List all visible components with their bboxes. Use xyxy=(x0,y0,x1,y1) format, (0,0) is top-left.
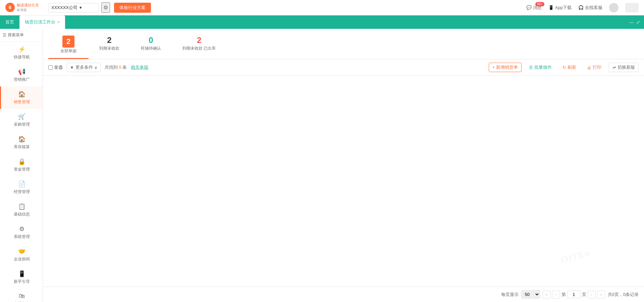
stat-num-overdue: 2 xyxy=(107,36,111,45)
sidebar-search[interactable]: ☰ 搜索菜单 xyxy=(0,29,43,42)
sidebar-item-appstore[interactable]: 🛍 应用中心 xyxy=(0,289,43,302)
sidebar-item-finance[interactable]: 🔒 资金管理 xyxy=(0,154,43,176)
page-suffix: 页 xyxy=(582,292,586,298)
print-icon: 🖨 xyxy=(587,65,591,70)
batch-label: 批量操作 xyxy=(534,64,552,70)
refresh-label: 刷新 xyxy=(568,64,576,70)
sidebar-item-inventory[interactable]: 🏠 库存核算 xyxy=(0,131,43,154)
batch-icon: ☰ xyxy=(529,65,533,70)
search-icon: ☰ xyxy=(3,33,6,38)
select-all-area: 全选 xyxy=(48,64,63,70)
quick-nav-icon: ⚡ xyxy=(18,46,25,53)
cash-daily-tab-label: 钱货日清工作台 xyxy=(25,19,55,25)
stat-label-overdue: 到期未收款 xyxy=(99,46,119,51)
sidebar-label-finance: 资金管理 xyxy=(14,167,30,172)
first-page-btn[interactable]: « xyxy=(543,291,551,299)
maximize-icon[interactable]: ⤢ xyxy=(636,20,640,25)
main-layout: ☰ 搜索菜单 ⚡ 快捷导航 📢 营销推广 🏠 销售管理 🛒 采购管理 🏠 库存核… xyxy=(0,29,644,302)
sidebar-item-system[interactable]: ⚙ 系统管理 xyxy=(0,221,43,244)
marketing-icon: 📢 xyxy=(18,68,25,75)
stat-tab-overdue[interactable]: 2 到期未收款 xyxy=(89,33,130,59)
tab-home[interactable]: 首页 xyxy=(0,15,19,29)
sidebar-item-cooperation[interactable]: 🤝 企业协同 xyxy=(0,244,43,266)
minimize-icon[interactable]: — xyxy=(629,20,634,25)
add-sales-btn[interactable]: + 新增销货单 xyxy=(489,63,522,72)
stat-label-wangpu: 旺辅待确认 xyxy=(141,46,161,51)
batch-btn[interactable]: ☰ 批量操作 xyxy=(526,63,555,72)
filter-icon: ▼ xyxy=(70,65,74,70)
sidebar-label-quick-nav: 快捷导航 xyxy=(14,54,30,60)
select-all-checkbox[interactable] xyxy=(48,65,53,70)
app-download-label: App下载 xyxy=(555,5,572,11)
trial-button[interactable]: 体验行业方案 xyxy=(114,3,151,13)
prev-page-btn[interactable]: ‹ xyxy=(552,291,560,299)
appstore-icon: 🛍 xyxy=(19,293,25,300)
chevron-down-icon: ▾ xyxy=(79,5,82,10)
sidebar-item-guide[interactable]: 📱 新手引导 xyxy=(0,266,43,289)
print-btn[interactable]: 🖨 打印 xyxy=(584,63,605,72)
logo-badge: 标准版 xyxy=(17,8,39,12)
message-btn[interactable]: 💬 消息 99+ xyxy=(526,5,542,11)
sidebar-label-guide: 新手引导 xyxy=(14,279,30,285)
guide-icon: 📱 xyxy=(18,270,25,278)
company-selector[interactable]: XXXXXX公司 ▾ xyxy=(48,3,99,12)
sidebar-label-inventory: 库存核算 xyxy=(14,144,30,150)
empty-table-area xyxy=(43,76,644,287)
stat-tab-outbound[interactable]: 2 到期未收款 已出库 xyxy=(172,33,226,59)
filter-button[interactable]: ▼ 更多条件 ∨ xyxy=(67,63,101,72)
top-header: 6 畅捷通好生意 标准版 XXXXXX公司 ▾ ⚙ 体验行业方案 💬 消息 99… xyxy=(0,0,644,15)
app-download-btn[interactable]: 📱 App下载 xyxy=(548,5,572,11)
message-badge: 99+ xyxy=(535,2,544,6)
stat-num-all: 2 xyxy=(62,36,74,48)
online-service-btn[interactable]: 🎧 在线客服 xyxy=(578,5,602,11)
sidebar-item-operation[interactable]: 📄 经营管理 xyxy=(0,176,43,199)
close-tab-icon[interactable]: × xyxy=(57,20,60,24)
page-input[interactable] xyxy=(567,291,581,298)
page-label-prefix: 第 xyxy=(561,292,566,298)
sales-icon: 🏠 xyxy=(18,90,25,98)
stat-tab-all[interactable]: 2 全部单据 xyxy=(48,33,89,59)
found-count-area: 共找到 0 条 xyxy=(105,64,127,70)
logo-text: 畅捷通好生意 xyxy=(17,3,39,7)
sidebar-item-quick-nav[interactable]: ⚡ 快捷导航 xyxy=(0,42,43,64)
content-area: 2 全部单据 2 到期未收款 0 旺辅待确认 2 到期未收款 已出库 全选 xyxy=(43,29,644,302)
finance-icon: 🔒 xyxy=(18,158,25,165)
sidebar-label-marketing: 营销推广 xyxy=(14,77,30,82)
stat-num-wangpu: 0 xyxy=(149,36,153,45)
toolbar-right: + 新增销货单 ☰ 批量操作 ↻ 刷新 🖨 打印 ⇌ 切换新版 xyxy=(489,63,639,72)
avatar[interactable] xyxy=(609,3,619,12)
sidebar-label-operation: 经营管理 xyxy=(14,189,30,195)
window-controls[interactable]: — ⤢ xyxy=(625,20,644,25)
system-icon: ⚙ xyxy=(19,225,24,233)
stat-tab-wangpu[interactable]: 0 旺辅待确认 xyxy=(130,33,172,59)
stat-num-outbound: 2 xyxy=(197,36,201,45)
stats-tabs: 2 全部单据 2 到期未收款 0 旺辅待确认 2 到期未收款 已出库 xyxy=(43,29,644,59)
search-label: 搜索菜单 xyxy=(8,32,24,38)
settings-button[interactable]: ⚙ xyxy=(101,2,110,13)
refresh-btn[interactable]: ↻ 刷新 xyxy=(559,63,580,72)
operation-icon: 📄 xyxy=(18,180,25,188)
tab-cash-daily[interactable]: 钱货日清工作台 × xyxy=(19,15,65,29)
sidebar-item-basic[interactable]: 📋 基础信息 xyxy=(0,199,43,221)
user-dropdown[interactable] xyxy=(625,3,639,12)
select-all-label: 全选 xyxy=(54,64,63,70)
sidebar: ☰ 搜索菜单 ⚡ 快捷导航 📢 营销推广 🏠 销售管理 🛒 采购管理 🏠 库存核… xyxy=(0,29,43,302)
total-info: 共0页，0条记录 xyxy=(608,292,639,298)
sidebar-label-system: 系统管理 xyxy=(14,234,30,240)
last-page-btn[interactable]: » xyxy=(597,291,605,299)
page-size-prefix: 每页显示 xyxy=(501,292,519,298)
cooperation-icon: 🤝 xyxy=(18,248,25,255)
stat-label-outbound: 到期未收款 已出库 xyxy=(182,46,216,51)
page-size-select[interactable]: 50 10 20 100 xyxy=(521,290,540,299)
inventory-icon: 🏠 xyxy=(18,135,25,143)
next-page-btn[interactable]: › xyxy=(588,291,596,299)
related-link[interactable]: 相关单据 xyxy=(131,64,148,70)
sidebar-item-purchase[interactable]: 🛒 采购管理 xyxy=(0,109,43,131)
sidebar-item-sales[interactable]: 🏠 销售管理 xyxy=(0,86,43,109)
logo-icon: 6 xyxy=(5,3,15,12)
switch-version-btn[interactable]: ⇌ 切换新版 xyxy=(609,63,639,72)
sidebar-item-marketing[interactable]: 📢 营销推广 xyxy=(0,64,43,86)
company-name: XXXXXX公司 xyxy=(51,5,77,11)
logo-area: 6 畅捷通好生意 标准版 xyxy=(5,3,48,12)
sidebar-label-purchase: 采购管理 xyxy=(14,122,30,127)
